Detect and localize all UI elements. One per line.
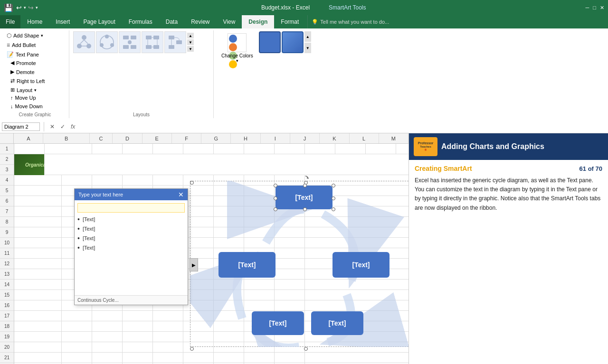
- smartart-box-bottom-left[interactable]: [Text]: [252, 311, 304, 335]
- text-item-2[interactable]: [Text]: [77, 224, 185, 233]
- col-header-i[interactable]: I: [261, 133, 290, 143]
- change-colors-button[interactable]: Change Colors ▾: [218, 31, 257, 65]
- confirm-formula-button[interactable]: ✓: [58, 122, 67, 131]
- layouts-more[interactable]: ▼: [187, 46, 194, 52]
- box-top-handle-tl[interactable]: [274, 184, 277, 187]
- box-top-handle-tc[interactable]: [303, 184, 307, 187]
- move-down-button[interactable]: ↓ Move Down: [9, 103, 45, 110]
- col-header-h[interactable]: H: [231, 133, 260, 143]
- cell-l1[interactable]: [366, 144, 396, 154]
- maximize-button[interactable]: □: [593, 5, 596, 11]
- layout-thumb-4[interactable]: [142, 31, 163, 53]
- col-header-e[interactable]: E: [142, 133, 172, 143]
- styles-scroll-down[interactable]: ▼: [304, 43, 311, 53]
- demote-button[interactable]: ▶ Demote: [9, 68, 47, 76]
- cell-a1[interactable]: [14, 144, 45, 154]
- tell-me-input[interactable]: Tell me what you want to do...: [320, 19, 389, 25]
- layout-thumb-5[interactable]: [164, 31, 186, 53]
- cell-i1[interactable]: [275, 144, 305, 154]
- change-colors-dropdown[interactable]: ▾: [236, 58, 238, 63]
- tab-design[interactable]: Design: [242, 15, 274, 28]
- box-top-handle-tr[interactable]: [332, 184, 335, 187]
- name-box[interactable]: [2, 122, 40, 131]
- layout-button[interactable]: ⊞ Layout ▾: [9, 86, 47, 94]
- cell-j1[interactable]: [305, 144, 335, 154]
- smartart-box-bottom-right[interactable]: [Text]: [311, 311, 363, 335]
- col-header-j[interactable]: J: [290, 133, 320, 143]
- redo-button[interactable]: ↪: [28, 4, 34, 11]
- layouts-scroll-up[interactable]: ▲: [187, 33, 194, 38]
- smartart-style-1[interactable]: [259, 31, 281, 53]
- layouts-scroll-down[interactable]: ▼: [187, 39, 194, 45]
- tab-home[interactable]: Home: [20, 15, 49, 28]
- add-bullet-button[interactable]: ≡ Add Bullet: [5, 41, 45, 49]
- box-top-handle-bc[interactable]: [303, 207, 307, 211]
- col-header-k[interactable]: K: [320, 133, 349, 143]
- row-6: 6: [0, 196, 14, 206]
- svg-rect-17: [176, 40, 182, 44]
- col-header-l[interactable]: L: [350, 133, 379, 143]
- tab-view[interactable]: View: [217, 15, 242, 28]
- promote-button[interactable]: ◀ Promote: [9, 59, 47, 67]
- tab-review[interactable]: Review: [184, 15, 216, 28]
- col-header-c[interactable]: C: [90, 133, 113, 143]
- layout-dropdown[interactable]: ▾: [34, 88, 37, 93]
- tab-insert[interactable]: Insert: [49, 15, 76, 28]
- move-up-button[interactable]: ↑ Move Up: [9, 94, 45, 102]
- cell-k1[interactable]: [335, 144, 366, 154]
- tab-file[interactable]: File: [0, 15, 20, 28]
- text-item-3[interactable]: [Text]: [77, 233, 185, 243]
- add-shape-dropdown[interactable]: ▾: [41, 33, 43, 38]
- styles-scroll-up[interactable]: ▲: [304, 31, 311, 42]
- layout-thumb-1[interactable]: [73, 31, 95, 53]
- cell-f1[interactable]: [183, 144, 214, 154]
- smartart-box-top[interactable]: [Text]: [276, 186, 332, 209]
- right-to-left-button[interactable]: ⇄ Right to Left: [9, 77, 47, 85]
- col-header-m[interactable]: M: [379, 133, 408, 143]
- smartart-box-right[interactable]: [Text]: [332, 252, 390, 278]
- box-top-handle-bl[interactable]: [274, 207, 277, 211]
- cell-e1[interactable]: [153, 144, 183, 154]
- text-pane-expand-button[interactable]: ▶: [190, 258, 198, 271]
- col-header-d[interactable]: D: [113, 133, 142, 143]
- col-header-g[interactable]: G: [201, 133, 231, 143]
- text-pane-button[interactable]: 📝 Text Pane: [5, 50, 45, 59]
- undo-dropdown[interactable]: ▾: [24, 5, 26, 10]
- text-pane-first-input[interactable]: [77, 203, 185, 213]
- save-icon[interactable]: 💾: [4, 3, 13, 12]
- smartart-diagram[interactable]: [Text] [Text] [Text] [Text] [Text]: [190, 171, 408, 352]
- cell-c1[interactable]: [92, 144, 123, 154]
- undo-button[interactable]: ↩: [16, 4, 22, 11]
- handle-bl[interactable]: [190, 347, 194, 351]
- text-item-4[interactable]: [Text]: [77, 243, 185, 252]
- minimize-button[interactable]: ─: [586, 5, 589, 11]
- handle-bc[interactable]: [304, 347, 308, 351]
- close-button[interactable]: ✕: [600, 5, 604, 11]
- layout-thumb-3[interactable]: [119, 31, 141, 53]
- col-header-a[interactable]: A: [14, 133, 43, 143]
- cell-h1[interactable]: [244, 144, 275, 154]
- tab-format[interactable]: Format: [274, 15, 305, 28]
- smartart-box-left[interactable]: [Text]: [218, 252, 276, 278]
- add-shape-button[interactable]: ⬡ Add Shape ▾: [5, 31, 45, 40]
- smartart-style-2[interactable]: [282, 31, 304, 53]
- cell-d1[interactable]: [123, 144, 153, 154]
- cancel-formula-button[interactable]: ✕: [48, 122, 57, 131]
- cell-a2[interactable]: Organically Sown: [14, 154, 45, 175]
- cell-b1[interactable]: [45, 144, 92, 154]
- text-item-1[interactable]: [Text]: [77, 215, 185, 224]
- formula-input[interactable]: [79, 124, 606, 130]
- text-pane-close-button[interactable]: ✕: [178, 191, 184, 198]
- customize-qat[interactable]: ▾: [36, 5, 38, 10]
- tab-formulas[interactable]: Formulas: [122, 15, 159, 28]
- col-header-b[interactable]: B: [43, 133, 89, 143]
- box-top-handle-mr[interactable]: [332, 196, 335, 200]
- box-top-handle-br[interactable]: [332, 207, 335, 211]
- cell-g1[interactable]: [214, 144, 244, 154]
- col-header-f[interactable]: F: [172, 133, 201, 143]
- tab-page-layout[interactable]: Page Layout: [76, 15, 122, 28]
- tab-data[interactable]: Data: [159, 15, 184, 28]
- row-8: 8: [0, 217, 14, 227]
- layout-thumb-2[interactable]: [96, 31, 118, 53]
- box-top-handle-ml[interactable]: [274, 196, 277, 200]
